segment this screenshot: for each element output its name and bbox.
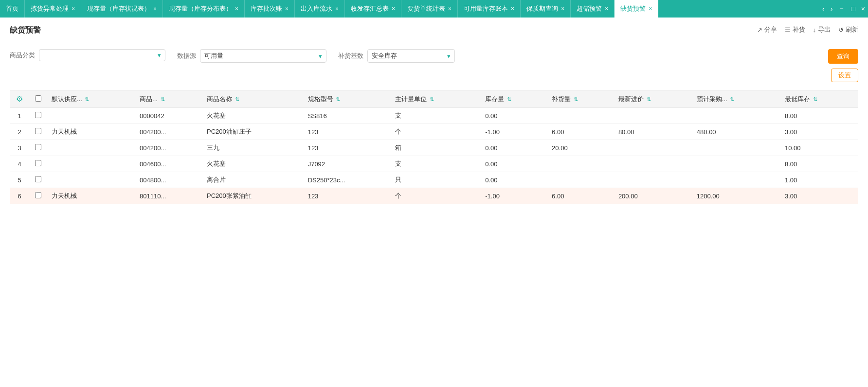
tab-home[interactable]: 首页 — [0, 0, 25, 18]
row-num: 1 — [10, 108, 29, 124]
row-check-cell — [29, 140, 47, 156]
row-checkbox[interactable] — [35, 112, 41, 118]
tab-next-button[interactable]: › — [828, 5, 836, 13]
tab-batch-account[interactable]: 库存批次账 × — [245, 0, 295, 18]
row-min-stock: 1.00 — [780, 172, 858, 188]
code-sort-icon[interactable]: ⇅ — [161, 96, 165, 102]
row-checkbox[interactable] — [35, 144, 41, 150]
row-num: 3 — [10, 140, 29, 156]
tab-inout-flow[interactable]: 出入库流水 × — [295, 0, 345, 18]
row-supplier — [47, 156, 135, 172]
col-supplement-label: 补货量 — [552, 95, 571, 103]
tab-shortage-warning-close[interactable]: × — [649, 5, 652, 12]
row-spec: J7092 — [303, 156, 391, 172]
row-stock: 0.00 — [480, 156, 547, 172]
supplement-action[interactable]: ☰ 补货 — [785, 25, 805, 34]
supplement-icon: ☰ — [785, 26, 791, 34]
tab-order-stats[interactable]: 要货单统计表 × — [401, 0, 458, 18]
row-code: 004600... — [135, 156, 202, 172]
tab-prev-button[interactable]: ‹ — [819, 5, 828, 13]
unit-sort-icon[interactable]: ⇅ — [430, 96, 434, 102]
row-latest-price — [614, 108, 692, 124]
supplier-sort-icon[interactable]: ⇅ — [85, 96, 89, 102]
tab-inventory-dist-label: 现存量（库存分布表） — [169, 4, 232, 13]
tab-overstock-warning-close[interactable]: × — [605, 5, 608, 12]
row-latest-price: 80.00 — [614, 124, 692, 140]
spec-sort-icon[interactable]: ⇅ — [336, 96, 340, 102]
category-select[interactable]: ▾ — [39, 49, 165, 61]
row-name: 三九 — [202, 140, 303, 156]
tab-exception[interactable]: 拣货异常处理 × — [25, 0, 81, 18]
row-num: 6 — [10, 188, 29, 204]
tab-exception-close[interactable]: × — [72, 5, 75, 12]
tab-available-ledger-label: 可用量库存账本 — [464, 4, 508, 13]
name-sort-icon[interactable]: ⇅ — [235, 96, 239, 102]
supplement-sort-icon[interactable]: ⇅ — [574, 96, 578, 102]
row-checkbox[interactable] — [35, 128, 41, 134]
tab-available-ledger-close[interactable]: × — [511, 5, 514, 12]
min-stock-sort-icon[interactable]: ⇅ — [813, 96, 817, 102]
supplement-base-label: 补货基数 — [338, 52, 363, 60]
tab-available-ledger[interactable]: 可用量库存账本 × — [458, 0, 521, 18]
minimize-button[interactable]: － — [835, 4, 848, 13]
tab-inventory-status-close[interactable]: × — [153, 5, 157, 12]
tab-inout-flow-close[interactable]: × — [335, 5, 339, 12]
header-actions: ↗ 分享 ☰ 补货 ↓ 导出 ↺ 刷新 — [757, 25, 859, 34]
export-action[interactable]: ↓ 导出 — [813, 25, 831, 34]
tab-nav-actions: ‹ › － □ × — [819, 4, 868, 13]
row-supplement — [547, 172, 614, 188]
row-checkbox[interactable] — [35, 192, 41, 198]
refresh-action[interactable]: ↺ 刷新 — [838, 25, 858, 34]
row-name: PC200油缸庄子 — [202, 124, 303, 140]
col-spec-label: 规格型号 — [308, 95, 333, 103]
tab-expiry-query-close[interactable]: × — [561, 5, 564, 12]
right-panel: 查询 设置 — [828, 49, 858, 82]
tab-shortage-warning[interactable]: 缺货预警 × — [615, 0, 658, 18]
row-supplier — [47, 108, 135, 124]
tab-order-stats-close[interactable]: × — [448, 5, 452, 12]
col-spec: 规格型号 ⇅ — [303, 90, 391, 108]
row-est-purchase — [692, 108, 780, 124]
table-row: 4004600...火花塞J7092支0.008.00 — [10, 156, 858, 172]
tab-exception-label: 拣货异常处理 — [31, 4, 69, 13]
tab-batch-account-label: 库存批次账 — [251, 4, 282, 13]
datasource-select[interactable]: 可用量 ▾ — [200, 49, 326, 63]
col-latest-price-label: 最新进价 — [618, 95, 644, 103]
col-min-stock: 最低库存 ⇅ — [780, 90, 858, 108]
minimize-icon: － — [838, 4, 845, 12]
maximize-button[interactable]: □ — [848, 5, 858, 13]
table-row: 5004800...离合片DS250*23c...只0.001.00 — [10, 172, 858, 188]
row-supplier — [47, 140, 135, 156]
row-unit: 支 — [390, 108, 480, 124]
row-unit: 箱 — [390, 140, 480, 156]
tab-inventory-dist-close[interactable]: × — [235, 5, 238, 12]
select-all-checkbox[interactable] — [35, 95, 41, 102]
col-est-purchase-label: 预计采购... — [697, 95, 727, 103]
latest-price-sort-icon[interactable]: ⇅ — [647, 96, 651, 102]
row-supplement: 20.00 — [547, 140, 614, 156]
export-label: 导出 — [818, 25, 831, 34]
tab-overstock-warning[interactable]: 超储预警 × — [571, 0, 615, 18]
tab-inventory-status[interactable]: 现存量（库存状况表） × — [81, 0, 163, 18]
row-checkbox[interactable] — [35, 176, 41, 182]
tab-batch-account-close[interactable]: × — [285, 5, 289, 12]
tab-recv-summary[interactable]: 收发存汇总表 × — [345, 0, 401, 18]
category-chevron-icon: ▾ — [158, 52, 161, 59]
supplement-base-value: 安全库存 — [372, 52, 397, 60]
stock-sort-icon[interactable]: ⇅ — [507, 96, 511, 102]
query-button[interactable]: 查询 — [828, 49, 858, 64]
tab-recv-summary-close[interactable]: × — [392, 5, 395, 12]
settings-button[interactable]: 设置 — [831, 69, 858, 82]
est-purchase-sort-icon[interactable]: ⇅ — [730, 96, 734, 102]
tab-expiry-query[interactable]: 保质期查询 × — [521, 0, 571, 18]
row-unit: 支 — [390, 156, 480, 172]
row-unit: 个 — [390, 188, 480, 204]
supplement-base-select[interactable]: 安全库存 ▾ — [367, 49, 455, 63]
close-window-button[interactable]: × — [858, 5, 868, 13]
share-action[interactable]: ↗ 分享 — [757, 25, 777, 34]
gear-icon[interactable]: ⚙ — [16, 95, 23, 103]
row-est-purchase: 480.00 — [692, 124, 780, 140]
row-checkbox[interactable] — [35, 160, 41, 166]
tab-inventory-dist[interactable]: 现存量（库存分布表） × — [163, 0, 245, 18]
tab-home-label: 首页 — [6, 4, 18, 13]
